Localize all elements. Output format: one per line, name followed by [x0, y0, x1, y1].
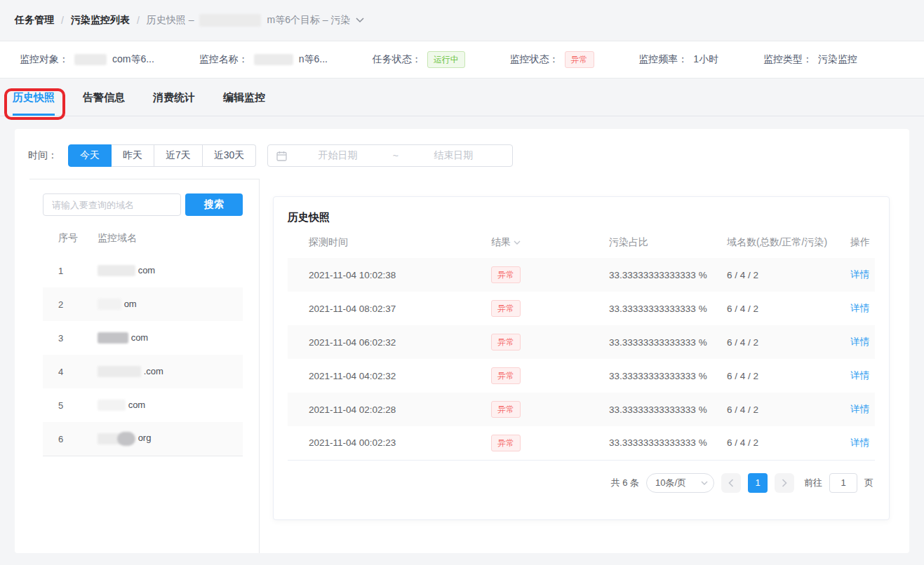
tab-consumption-stats[interactable]: 消费统计 [153, 91, 195, 116]
snapshot-panel-title: 历史快照 [288, 211, 875, 224]
domain-list-item[interactable]: 5 com [43, 388, 243, 422]
main-card: 时间： 今天 昨天 近7天 近30天 开始日期 ~ 结束日期 [15, 129, 909, 553]
pollution-ratio: 33.33333333333333 % [609, 325, 727, 359]
content-area: 时间： 今天 昨天 近7天 近30天 开始日期 ~ 结束日期 [0, 116, 924, 553]
domain-counts: 6 / 4 / 2 [727, 292, 850, 325]
date-range-picker[interactable]: 开始日期 ~ 结束日期 [267, 144, 513, 167]
domain-list-panel: 搜索 序号 监控域名 1 com 2 [29, 179, 260, 553]
domain-index: 2 [43, 299, 98, 310]
search-button[interactable]: 搜索 [185, 193, 243, 216]
breadcrumb-current[interactable]: 历史快照 – m等6个目标 – 污染 [147, 14, 365, 27]
pagination: 共 6 条 10条/页 1 [288, 461, 875, 493]
prev-page-button[interactable] [721, 473, 741, 493]
domain-search-input[interactable] [43, 193, 181, 216]
page-number-current[interactable]: 1 [748, 473, 768, 493]
domain-name: org [98, 432, 151, 446]
tab-history-snapshot[interactable]: 历史快照 [13, 91, 55, 116]
info-value: n等6... [299, 53, 328, 66]
result-badge: 异常 [491, 367, 521, 384]
result-badge: 异常 [491, 334, 521, 350]
redacted-text [74, 54, 107, 65]
pollution-ratio: 33.33333333333333 % [609, 292, 727, 325]
info-value: com等6... [112, 53, 154, 66]
snapshot-row: 2021-11-04 04:02:32 异常 33.33333333333333… [288, 359, 875, 393]
filter-chevron-down-icon[interactable] [514, 240, 521, 245]
breadcrumb-item-task-management[interactable]: 任务管理 [15, 14, 54, 27]
domain-search-row: 搜索 [43, 193, 259, 216]
pollution-ratio: 33.33333333333333 % [609, 359, 727, 393]
snapshot-table: 探测时间 结果 污染占比 [288, 227, 875, 461]
domain-counts: 6 / 4 / 2 [727, 359, 850, 393]
start-date-placeholder: 开始日期 [287, 149, 388, 162]
detail-link[interactable]: 详情 [850, 303, 869, 313]
domain-name: com [98, 400, 145, 411]
redacted-text [98, 299, 121, 310]
breadcrumb-current-prefix: 历史快照 – [147, 14, 194, 27]
next-page-button[interactable] [775, 473, 794, 493]
quick-range-7days[interactable]: 近7天 [154, 144, 203, 167]
detail-link[interactable]: 详情 [850, 404, 869, 414]
column-header-result[interactable]: 结果 [491, 227, 609, 258]
domain-list-item[interactable]: 2 om [43, 287, 243, 321]
domain-list-item[interactable]: 4 .com [43, 355, 243, 388]
snapshot-row: 2021-11-04 02:02:28 异常 33.33333333333333… [288, 393, 875, 426]
end-date-placeholder: 结束日期 [403, 149, 504, 162]
pollution-ratio: 33.33333333333333 % [609, 426, 727, 460]
domain-index: 6 [43, 434, 98, 444]
column-header-pollution-ratio: 污染占比 [609, 227, 727, 258]
info-label: 监控类型： [763, 53, 812, 66]
domain-counts: 6 / 4 / 2 [727, 258, 850, 292]
page-size-select[interactable]: 10条/页 [646, 473, 714, 493]
chevron-down-icon[interactable] [356, 18, 364, 23]
breadcrumb-current-suffix: m等6个目标 – 污染 [267, 14, 350, 27]
detail-link[interactable]: 详情 [850, 437, 869, 448]
column-header-index: 序号 [43, 232, 98, 245]
redacted-text [98, 366, 141, 377]
breadcrumb-separator: / [61, 15, 64, 26]
redacted-text [98, 400, 126, 411]
quick-range-today[interactable]: 今天 [68, 144, 112, 167]
result-badge: 异常 [491, 300, 521, 317]
goto-page-input[interactable] [829, 473, 857, 493]
info-label: 监控对象： [20, 53, 69, 66]
info-label: 监控状态： [510, 53, 559, 66]
redacted-text [98, 332, 128, 343]
tab-alert-info[interactable]: 告警信息 [83, 91, 125, 116]
domain-counts: 6 / 4 / 2 [727, 426, 850, 460]
domain-counts: 6 / 4 / 2 [727, 325, 850, 359]
result-badge: 异常 [491, 435, 521, 451]
detail-link[interactable]: 详情 [850, 269, 869, 280]
quick-range-30days[interactable]: 近30天 [203, 144, 257, 167]
page-size-value: 10条/页 [655, 477, 686, 489]
detect-time: 2021-11-04 04:02:32 [288, 359, 491, 393]
status-badge-running: 运行中 [427, 51, 465, 68]
breadcrumb-item-pollution-list[interactable]: 污染监控列表 [71, 14, 130, 27]
date-range-separator: ~ [389, 150, 403, 161]
domain-name: com [98, 265, 155, 277]
info-monitor-type: 监控类型： 污染监控 [763, 53, 857, 66]
domain-counts: 6 / 4 / 2 [727, 393, 850, 426]
redacted-text [254, 54, 293, 65]
detect-time: 2021-11-04 10:02:38 [288, 258, 491, 292]
redacted-text [98, 265, 135, 276]
domain-list-item[interactable]: 1 com [43, 254, 243, 287]
quick-range-yesterday[interactable]: 昨天 [112, 144, 154, 167]
tab-edit-monitor[interactable]: 编辑监控 [223, 91, 265, 116]
detect-time: 2021-11-04 00:02:23 [288, 426, 491, 460]
domain-list-item[interactable]: 3 com [43, 321, 243, 355]
info-value: 1小时 [693, 53, 718, 66]
domain-list-item[interactable]: 6 org [43, 422, 243, 456]
domain-name: .com [98, 366, 163, 378]
redacted-text [199, 14, 261, 27]
select-chevron-down-icon [701, 481, 708, 485]
snapshot-row: 2021-11-04 08:02:37 异常 33.33333333333333… [288, 292, 875, 325]
info-monitor-target: 监控对象： com等6... [20, 53, 154, 66]
result-badge: 异常 [491, 266, 521, 283]
snapshot-panel: 历史快照 探测时间 结果 [273, 196, 890, 520]
info-label: 监控名称： [199, 53, 248, 66]
quick-range-button-group: 今天 昨天 近7天 近30天 [68, 144, 256, 167]
detail-link[interactable]: 详情 [850, 370, 869, 381]
snapshot-row: 2021-11-04 06:02:32 异常 33.33333333333333… [288, 325, 875, 359]
pollution-ratio: 33.33333333333333 % [609, 258, 727, 292]
detail-link[interactable]: 详情 [850, 336, 869, 347]
